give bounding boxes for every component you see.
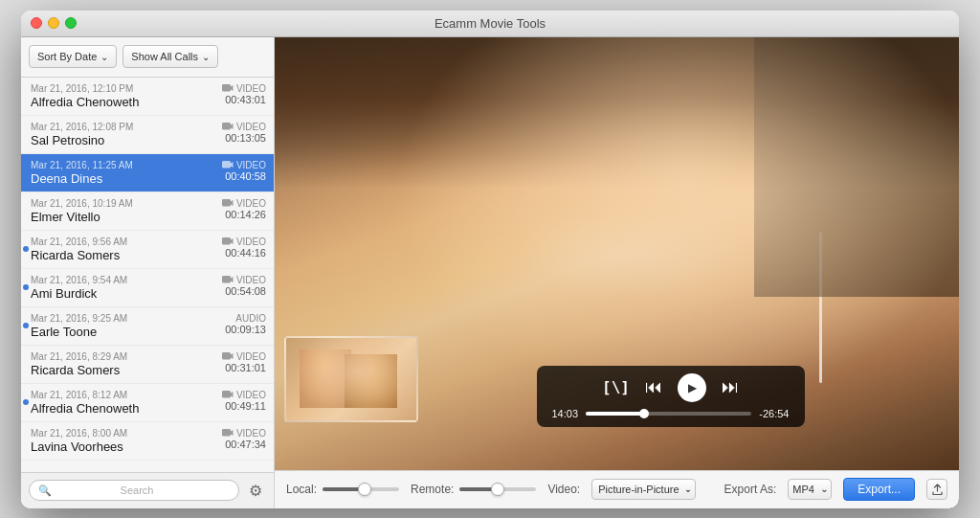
call-type: VIDEO <box>222 275 266 285</box>
call-meta: VIDEO 00:47:34 <box>222 428 266 450</box>
call-item[interactable]: Mar 21, 2016, 8:29 AM Ricarda Somers VID… <box>21 346 274 384</box>
gear-button[interactable]: ⚙ <box>245 480 266 501</box>
call-type: VIDEO <box>222 351 266 362</box>
call-duration: 00:54:08 <box>222 285 266 297</box>
call-meta: VIDEO 00:14:26 <box>222 198 266 220</box>
local-label: Local: <box>286 483 317 496</box>
left-panel: Sort By Date Show All Calls Mar 21, 2016… <box>21 37 275 508</box>
traffic-lights <box>31 17 77 29</box>
calls-list: Mar 21, 2016, 12:10 PM Alfredia Chenowet… <box>21 78 274 472</box>
in-point-button[interactable]: [\] <box>602 378 630 396</box>
call-item[interactable]: Mar 21, 2016, 9:54 AM Ami Burdick VIDEO … <box>21 269 274 307</box>
call-type: VIDEO <box>222 83 266 94</box>
call-type: VIDEO <box>222 390 266 400</box>
maximize-button[interactable] <box>65 17 77 29</box>
call-item[interactable]: Mar 21, 2016, 8:12 AM Alfredia Chenoweth… <box>21 384 274 422</box>
sort-button[interactable]: Sort By Date <box>29 45 117 68</box>
local-slider[interactable] <box>323 487 399 491</box>
call-duration: 00:09:13 <box>225 324 266 335</box>
pip-bg <box>286 338 416 420</box>
search-icon: 🔍 <box>38 484 52 497</box>
call-duration: 00:49:11 <box>222 400 266 412</box>
call-meta: VIDEO 00:13:05 <box>222 122 266 144</box>
play-button[interactable] <box>678 373 706 402</box>
title-bar: Ecamm Movie Tools <box>21 11 959 37</box>
call-item[interactable]: Mar 21, 2016, 9:25 AM Earle Toone AUDIO … <box>21 307 274 346</box>
time-current: 14:03 <box>552 408 579 419</box>
close-button[interactable] <box>31 17 42 29</box>
local-slider-thumb <box>358 483 371 496</box>
bottom-controls: Local: Remote: Video: Pic <box>275 470 959 508</box>
call-meta: VIDEO 00:31:01 <box>222 351 266 373</box>
export-as-label: Export As: <box>724 483 777 496</box>
remote-slider-thumb <box>491 483 504 496</box>
call-type: VIDEO <box>222 236 266 247</box>
call-type: VIDEO <box>222 198 266 209</box>
call-type: VIDEO <box>222 122 266 132</box>
app-window: Ecamm Movie Tools Sort By Date Show All … <box>21 11 959 508</box>
pip-person1 <box>300 349 351 407</box>
main-content: Sort By Date Show All Calls Mar 21, 2016… <box>21 37 959 508</box>
format-select[interactable]: MP4 MOV M4V <box>788 479 832 500</box>
video-label: Video: <box>547 483 580 496</box>
right-panel: [\] ⏮ ⏭ 14:03 -26:54 <box>275 37 959 508</box>
toolbar: Sort By Date Show All Calls <box>21 37 274 78</box>
pip-person2 <box>345 354 396 408</box>
share-button[interactable] <box>926 479 947 500</box>
call-meta: VIDEO 00:49:11 <box>222 390 266 412</box>
call-duration: 00:44:16 <box>222 247 266 259</box>
call-meta: VIDEO 00:43:01 <box>222 83 266 105</box>
video-area: [\] ⏮ ⏭ 14:03 -26:54 <box>275 37 959 470</box>
call-duration: 00:13:05 <box>222 132 266 144</box>
call-duration: 00:14:26 <box>222 209 266 220</box>
time-remaining: -26:54 <box>759 408 789 419</box>
minimize-button[interactable] <box>48 17 59 29</box>
call-duration: 00:40:58 <box>222 170 266 182</box>
progress-fill <box>586 412 644 416</box>
bg-dark <box>754 37 960 297</box>
share-icon <box>931 484 944 496</box>
call-type: VIDEO <box>222 160 266 170</box>
earphone-wire <box>819 232 822 383</box>
call-meta: VIDEO 00:40:58 <box>222 160 266 182</box>
skip-back-button[interactable]: ⏮ <box>645 377 662 397</box>
progress-row: 14:03 -26:54 <box>552 408 790 419</box>
video-select-wrapper: Picture-in-Picture Side by Side Full Scr… <box>591 479 696 500</box>
progress-thumb <box>639 409 649 418</box>
progress-bar[interactable] <box>586 412 751 416</box>
remote-slider-group: Remote: <box>411 483 536 496</box>
call-item[interactable]: Mar 21, 2016, 11:25 AM Deena Dines VIDEO… <box>21 154 274 192</box>
call-type: VIDEO <box>222 428 266 439</box>
search-bar: 🔍 ⚙ <box>21 472 274 508</box>
call-duration: 00:47:34 <box>222 439 266 450</box>
call-item[interactable]: Mar 21, 2016, 12:10 PM Alfredia Chenowet… <box>21 78 274 116</box>
skip-forward-button[interactable]: ⏭ <box>722 377 739 397</box>
call-duration: 00:31:01 <box>222 362 266 373</box>
export-button[interactable]: Export... <box>843 478 915 501</box>
call-meta: VIDEO 00:44:16 <box>222 236 266 259</box>
remote-slider[interactable] <box>459 487 536 491</box>
call-item[interactable]: Mar 21, 2016, 8:00 AM Lavina Voorhees VI… <box>21 422 274 461</box>
call-type: AUDIO <box>225 313 266 324</box>
call-item[interactable]: Mar 21, 2016, 12:08 PM Sal Petrosino VID… <box>21 116 274 154</box>
local-slider-group: Local: <box>286 483 399 496</box>
transport-bar: [\] ⏮ ⏭ 14:03 -26:54 <box>537 366 805 427</box>
search-input[interactable] <box>29 480 239 501</box>
search-wrapper: 🔍 <box>29 480 239 501</box>
video-hair <box>275 37 959 189</box>
remote-label: Remote: <box>411 483 454 496</box>
transport-buttons: [\] ⏮ ⏭ <box>602 373 739 402</box>
video-select[interactable]: Picture-in-Picture Side by Side Full Scr… <box>591 479 696 500</box>
video-smile <box>514 210 753 296</box>
window-title: Ecamm Movie Tools <box>434 16 546 31</box>
call-item[interactable]: Mar 21, 2016, 9:56 AM Ricarda Somers VID… <box>21 231 274 269</box>
call-item[interactable]: Mar 21, 2016, 10:19 AM Elmer Vitello VID… <box>21 192 274 231</box>
format-select-wrapper: MP4 MOV M4V ⌄ <box>788 479 832 500</box>
call-duration: 00:43:01 <box>222 94 266 105</box>
pip-thumbnail <box>284 336 418 422</box>
show-calls-button[interactable]: Show All Calls <box>122 45 218 68</box>
call-meta: AUDIO 00:09:13 <box>225 313 266 335</box>
call-meta: VIDEO 00:54:08 <box>222 275 266 297</box>
